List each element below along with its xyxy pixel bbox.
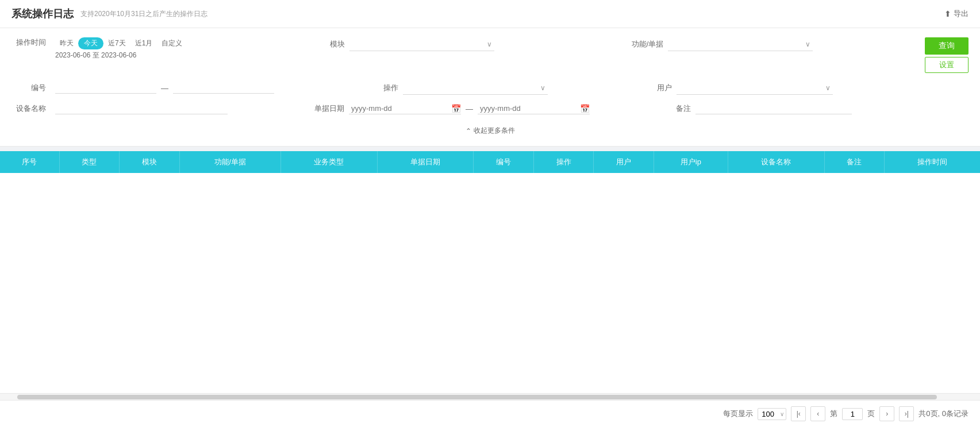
export-label: 导出 (954, 9, 969, 19)
table-section: 序号 类型 模块 功能/单据 业务类型 单据日期 编号 操作 用户 用户ip 设… (0, 151, 980, 393)
device-input[interactable] (55, 103, 228, 114)
page-container: 系统操作日志 支持2020年10月31日之后产生的操作日志 ⬆ 导出 操作时间 … (0, 0, 980, 427)
col-seq: 序号 (0, 151, 59, 173)
number-input-from[interactable] (55, 82, 156, 94)
prev-page-button[interactable]: ‹ (810, 406, 825, 421)
feature-select-wrapper: ∨ (668, 37, 813, 51)
scrollbar-thumb[interactable] (17, 395, 937, 399)
time-btn-7days[interactable]: 近7天 (103, 37, 130, 49)
operation-select[interactable] (403, 81, 548, 95)
module-select[interactable] (349, 37, 494, 51)
col-feature: 功能/单据 (179, 151, 280, 173)
date-to-input[interactable] (478, 103, 579, 114)
time-btn-yesterday[interactable]: 昨天 (55, 37, 78, 49)
filter-row-2: 编号 — 操作 ∨ 用户 (11, 81, 969, 95)
col-biz-type: 业务类型 (281, 151, 378, 173)
last-page-button[interactable]: ›| (899, 406, 914, 421)
col-type: 类型 (59, 151, 119, 173)
collapse-label: 收起更多条件 (474, 126, 515, 136)
page-label: 第 (830, 409, 837, 419)
table-header-row: 序号 类型 模块 功能/单据 业务类型 单据日期 编号 操作 用户 用户ip 设… (0, 151, 980, 173)
col-operation: 操作 (533, 151, 593, 173)
time-btn-today[interactable]: 今天 (78, 37, 103, 49)
date-from-input[interactable] (349, 103, 450, 114)
header-left: 系统操作日志 支持2020年10月31日之后产生的操作日志 (11, 7, 207, 21)
page-total: 共0页, 0条记录 (918, 409, 969, 419)
collapse-bar: ⌃ 收起更多条件 (11, 122, 969, 141)
number-input-to[interactable] (173, 82, 274, 94)
calendar-from-icon[interactable]: 📅 (451, 104, 461, 113)
remark-input[interactable] (695, 103, 852, 114)
user-label: 用户 (637, 83, 672, 93)
calendar-to-icon[interactable]: 📅 (580, 104, 590, 113)
page-title: 系统操作日志 (11, 7, 74, 21)
date-from-wrapper: 📅 (349, 103, 461, 114)
operation-select-wrapper: ∨ (403, 81, 548, 95)
data-table: 序号 类型 模块 功能/单据 业务类型 单据日期 编号 操作 用户 用户ip 设… (0, 151, 980, 173)
module-label: 模块 (310, 39, 345, 49)
table-header: 序号 类型 模块 功能/单据 业务类型 单据日期 编号 操作 用户 用户ip 设… (0, 151, 980, 173)
pagination-bar: 每页显示 10 20 50 100 200 ∨ |‹ ‹ 第 页 › ›| 共0… (0, 400, 980, 427)
query-button[interactable]: 查询 (925, 37, 969, 55)
settings-button[interactable]: 设置 (925, 57, 969, 73)
collapse-button[interactable]: ⌃ 收起更多条件 (466, 126, 515, 136)
device-label: 设备名称 (11, 103, 46, 114)
page-subtitle: 支持2020年10月31日之后产生的操作日志 (80, 9, 207, 19)
time-filter-wrapper: 昨天 今天 近7天 近1月 自定义 2023-06-06 至 2023-06-0… (55, 37, 187, 60)
col-module: 模块 (120, 151, 179, 173)
page-input[interactable] (842, 408, 863, 420)
remark-label: 备注 (656, 103, 691, 114)
time-label: 操作时间 (11, 37, 46, 48)
module-select-wrapper: ∨ (349, 37, 494, 51)
filter-row-1: 操作时间 昨天 今天 近7天 近1月 自定义 2023-06-06 至 2023… (11, 37, 969, 73)
per-page-select[interactable]: 10 20 50 100 200 (758, 408, 786, 420)
user-select-wrapper: ∨ (677, 81, 833, 95)
date-separator: — (466, 105, 473, 113)
filter-row-3: 设备名称 单据日期 📅 — 📅 (11, 103, 969, 114)
next-page-button[interactable]: › (879, 406, 894, 421)
collapse-icon: ⌃ (466, 127, 471, 135)
time-buttons-group: 昨天 今天 近7天 近1月 自定义 (55, 37, 187, 49)
filter-area: 操作时间 昨天 今天 近7天 近1月 自定义 2023-06-06 至 2023… (0, 28, 980, 147)
col-voucher-date: 单据日期 (377, 151, 474, 173)
page-header: 系统操作日志 支持2020年10月31日之后产生的操作日志 ⬆ 导出 (0, 0, 980, 28)
operation-label: 操作 (364, 83, 398, 93)
time-btn-1month[interactable]: 近1月 (130, 37, 157, 49)
first-page-button[interactable]: |‹ (791, 406, 806, 421)
number-label: 编号 (11, 83, 46, 93)
feature-label: 功能/单据 (617, 39, 663, 49)
col-remark: 备注 (824, 151, 884, 173)
action-buttons: 查询 设置 (925, 37, 969, 73)
col-user: 用户 (594, 151, 654, 173)
col-op-time: 操作时间 (884, 151, 980, 173)
voucher-date-label: 单据日期 (298, 103, 344, 114)
date-to-wrapper: 📅 (478, 103, 590, 114)
time-btn-custom[interactable]: 自定义 (157, 37, 187, 49)
col-number: 编号 (474, 151, 533, 173)
page-unit: 页 (867, 409, 875, 419)
per-page-label: 每页显示 (723, 409, 753, 419)
col-user-ip: 用户ip (654, 151, 728, 173)
user-select[interactable] (677, 81, 833, 95)
export-button[interactable]: ⬆ 导出 (944, 9, 969, 19)
export-icon: ⬆ (944, 9, 951, 18)
number-separator: — (161, 84, 168, 93)
empty-area (0, 173, 980, 368)
number-range-wrapper: — (55, 82, 274, 94)
time-range-text: 2023-06-06 至 2023-06-06 (55, 51, 187, 60)
feature-select[interactable] (668, 37, 813, 51)
per-page-select-wrapper: 10 20 50 100 200 ∨ (758, 408, 786, 420)
horizontal-scrollbar[interactable] (0, 393, 980, 400)
col-device: 设备名称 (728, 151, 824, 173)
